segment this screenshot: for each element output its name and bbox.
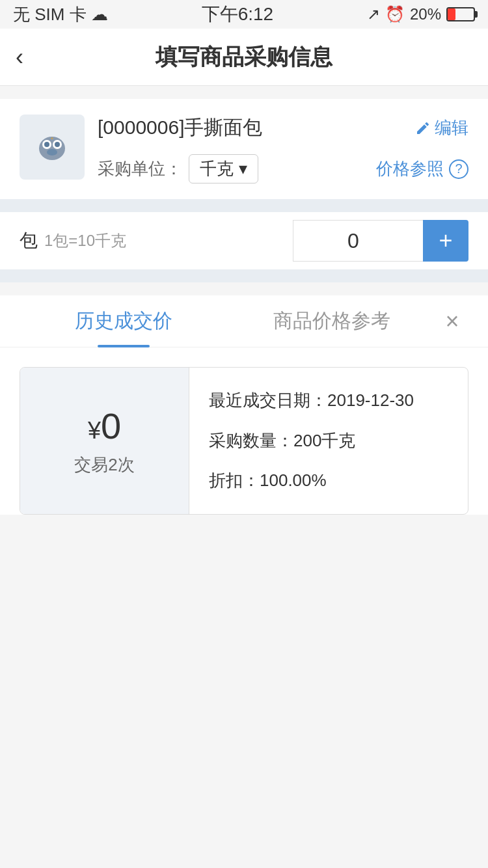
quantity-sub-text: 1包=10千克 [44,230,126,251]
product-header: [0000006]手撕面包 编辑 [98,115,468,141]
edit-button[interactable]: 编辑 [415,116,468,139]
battery-icon [446,7,475,21]
product-info: [0000006]手撕面包 编辑 采购单位： 千克 ▾ 价格参照 ? [98,115,468,183]
quantity-unit-icon: 包 [20,228,38,253]
status-right: ↗ ⏰ 20% [367,5,475,23]
currency-symbol: ¥ [88,417,101,444]
price-card: ¥0 交易2次 最近成交日期：2019-12-30 采购数量：200千克 折扣：… [20,367,468,515]
bottom-background [0,534,488,868]
close-panel-button[interactable]: × [436,305,468,338]
svg-point-4 [55,142,60,147]
product-card: [0000006]手撕面包 编辑 采购单位： 千克 ▾ 价格参照 ? [0,99,488,199]
status-left: 无 SIM 卡 ☁ [13,3,108,26]
status-bar: 无 SIM 卡 ☁ 下午6:12 ↗ ⏰ 20% [0,0,488,29]
unit-label: 采购单位： 千克 ▾ [98,154,258,183]
battery-percent: 20% [410,5,441,23]
nav-bar: ‹ 填写商品采购信息 [0,29,488,86]
location-icon: ↗ [367,5,380,23]
price-ref-button[interactable]: 价格参照 ? [376,157,468,180]
price-details: 最近成交日期：2019-12-30 采购数量：200千克 折扣：100.00% [189,368,468,514]
quantity-label: 包 1包=10千克 [20,228,126,253]
purchase-quantity: 采购数量：200千克 [209,427,448,455]
alarm-icon: ⏰ [385,5,405,23]
signal-text: 无 SIM 卡 ☁ [13,3,108,26]
product-thumbnail [20,115,85,180]
unit-select[interactable]: 千克 ▾ [189,154,258,183]
unit-row: 采购单位： 千克 ▾ 价格参照 ? [98,154,468,183]
product-logo-icon [33,128,72,167]
price-summary: ¥0 交易2次 [20,368,189,514]
product-name: [0000006]手撕面包 [98,115,262,141]
quantity-row: 包 1包=10千克 + [0,212,488,269]
info-icon: ? [449,159,468,179]
quantity-plus-button[interactable]: + [423,220,468,262]
page-title: 填写商品采购信息 [156,42,332,72]
price-panel: 历史成交价 商品价格参考 × ¥0 交易2次 最近成交日期：2019-12-30… [0,295,488,515]
section-divider-2 [0,269,488,282]
dropdown-arrow-icon: ▾ [239,159,247,179]
tab-product-price-ref[interactable]: 商品价格参考 [228,295,436,347]
tab-underline [98,345,150,347]
status-time: 下午6:12 [202,2,274,27]
section-divider [0,199,488,212]
svg-point-5 [47,149,57,156]
edit-icon [415,120,431,136]
svg-point-0 [39,137,65,160]
trade-count: 交易2次 [74,454,134,476]
quantity-input[interactable] [293,220,423,262]
discount: 折扣：100.00% [209,467,448,495]
tab-history-price[interactable]: 历史成交价 [20,295,228,347]
recent-date: 最近成交日期：2019-12-30 [209,387,448,414]
price-panel-tabs: 历史成交价 商品价格参考 × [0,295,488,347]
svg-point-3 [44,142,49,147]
quantity-input-group: + [293,220,468,262]
back-button[interactable]: ‹ [16,44,23,71]
price-amount: ¥0 [88,405,121,447]
